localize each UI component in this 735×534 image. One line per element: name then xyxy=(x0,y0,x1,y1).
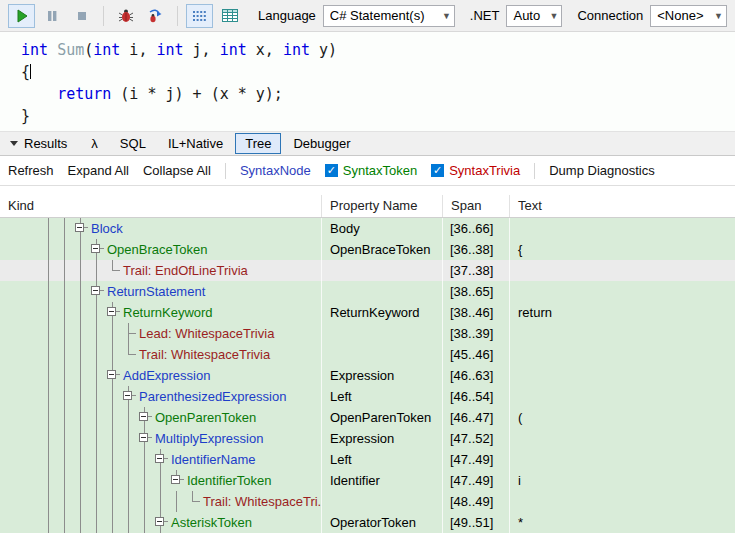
node-kind-label: Trail: WhitespaceTrivia xyxy=(136,344,270,365)
stop-button[interactable] xyxy=(68,4,95,28)
code-editor[interactable]: int Sum(int i, int j, int x, int y){ ret… xyxy=(0,32,735,132)
tree-row[interactable]: ReturnKeywordReturnKeyword[38..46]return xyxy=(0,302,735,323)
language-label: Language xyxy=(258,8,316,23)
tab-λ[interactable]: λ xyxy=(81,133,108,154)
code-line[interactable]: return (i * j) + (x * y); xyxy=(21,83,735,105)
collapse-box-icon[interactable] xyxy=(171,475,180,484)
collapse-box-icon[interactable] xyxy=(107,307,116,316)
syntax-tree-grid: KindProperty NameSpanText BlockBody[36..… xyxy=(0,195,735,533)
tree-guide-line xyxy=(40,218,56,239)
tree-guide-line xyxy=(120,512,136,533)
tree-guide-line xyxy=(72,239,88,260)
connection-label: Connection xyxy=(577,8,643,23)
collapse-box-icon[interactable] xyxy=(139,412,148,421)
connection-select[interactable]: <None> ▼ xyxy=(650,5,727,27)
tree-guide-line xyxy=(40,407,56,428)
refresh-button[interactable]: Refresh xyxy=(8,163,54,178)
results-grid-icon xyxy=(192,10,207,22)
dotnet-label: .NET xyxy=(470,8,500,23)
tree-guide-line xyxy=(88,386,104,407)
node-kind-label: IdentifierToken xyxy=(184,470,272,491)
attach-debugger-button[interactable] xyxy=(142,4,169,28)
checkbox-icon: ✓ xyxy=(325,164,338,177)
tab-il-native[interactable]: IL+Native xyxy=(158,133,233,154)
kind-cell: AddExpression xyxy=(0,365,322,386)
tree-row[interactable]: ReturnStatement[38..65] xyxy=(0,281,735,302)
tree-row[interactable]: Trail: WhitespaceTri...[48..49] xyxy=(0,491,735,512)
syntaxtoken-toggle[interactable]: ✓SyntaxToken xyxy=(325,163,417,178)
language-select[interactable]: C# Statement(s) ▼ xyxy=(323,5,455,27)
results-table-button[interactable] xyxy=(216,4,243,28)
tree-guide-line xyxy=(56,323,72,344)
tree-row[interactable]: BlockBody[36..66] xyxy=(0,218,735,239)
tree-row[interactable]: AddExpressionExpression[46..63] xyxy=(0,365,735,386)
node-kind-label: IdentifierName xyxy=(168,449,256,470)
run-button[interactable] xyxy=(8,4,35,28)
tree-guide-line xyxy=(56,386,72,407)
text-cell xyxy=(510,428,735,449)
kind-cell: Trail: EndOfLineTrivia xyxy=(0,260,322,281)
kind-cell: IdentifierName xyxy=(0,449,322,470)
code-line[interactable]: { xyxy=(21,61,735,83)
tree-row[interactable]: Trail: EndOfLineTrivia[37..38] xyxy=(0,260,735,281)
collapse-box-icon[interactable] xyxy=(155,454,164,463)
pause-icon xyxy=(45,9,59,23)
tree-row[interactable]: AsteriskTokenOperatorToken[49..51]* xyxy=(0,512,735,533)
tree-guide-line xyxy=(40,281,56,302)
collapse-box-icon[interactable] xyxy=(155,517,164,526)
tab-sql[interactable]: SQL xyxy=(110,133,156,154)
code-token: { xyxy=(21,63,30,81)
results-tabbar: Results λSQLIL+NativeTreeDebugger xyxy=(0,132,735,156)
tree-guide-line xyxy=(88,407,104,428)
collapse-all-button[interactable]: Collapse All xyxy=(143,163,211,178)
property-name-cell: Expression xyxy=(322,365,443,386)
expand-all-button[interactable]: Expand All xyxy=(68,163,129,178)
connection-select-value: <None> xyxy=(657,8,709,23)
syntaxtrivia-toggle[interactable]: ✓SyntaxTrivia xyxy=(431,163,520,178)
dump-diagnostics-button[interactable]: Dump Diagnostics xyxy=(549,163,655,178)
dotnet-select[interactable]: Auto ▼ xyxy=(506,5,562,27)
code-token: int xyxy=(93,41,120,59)
tree-row[interactable]: OpenBraceTokenOpenBraceToken[36..38]{ xyxy=(0,239,735,260)
node-kind-label: ParenthesizedExpression xyxy=(136,386,286,407)
tree-guide-line xyxy=(88,449,104,470)
tree-row[interactable]: ParenthesizedExpressionLeft[46..54] xyxy=(0,386,735,407)
debug-button[interactable] xyxy=(112,4,139,28)
results-panel-toggle[interactable]: Results xyxy=(6,136,79,151)
node-kind-label: MultiplyExpression xyxy=(152,428,263,449)
kind-cell: ParenthesizedExpression xyxy=(0,386,322,407)
property-name-cell: Body xyxy=(322,218,443,239)
tree-row[interactable]: Trail: WhitespaceTrivia[45..46] xyxy=(0,344,735,365)
code-line[interactable]: int Sum(int i, int j, int x, int y) xyxy=(21,39,735,61)
syntaxnode-button[interactable]: SyntaxNode xyxy=(240,163,311,178)
pause-button[interactable] xyxy=(38,4,65,28)
kind-cell: Block xyxy=(0,218,322,239)
code-line[interactable]: } xyxy=(21,105,735,127)
tree-row[interactable]: IdentifierTokenIdentifier[47..49]i xyxy=(0,470,735,491)
collapse-box-icon[interactable] xyxy=(91,286,100,295)
tree-row[interactable]: IdentifierNameLeft[47..49] xyxy=(0,449,735,470)
grid-rows: BlockBody[36..66]OpenBraceTokenOpenBrace… xyxy=(0,218,735,533)
collapse-box-icon[interactable] xyxy=(75,223,84,232)
code-token xyxy=(21,85,57,103)
collapse-box-icon[interactable] xyxy=(139,433,148,442)
collapse-box-icon[interactable] xyxy=(123,391,132,400)
checkbox-icon: ✓ xyxy=(431,164,444,177)
span-cell: [37..38] xyxy=(443,260,510,281)
tree-guide-line xyxy=(40,302,56,323)
collapse-box-icon[interactable] xyxy=(107,370,116,379)
span-cell: [38..65] xyxy=(443,281,510,302)
tab-debugger[interactable]: Debugger xyxy=(283,133,360,154)
tree-row[interactable]: MultiplyExpressionExpression[47..52] xyxy=(0,428,735,449)
collapse-box-icon[interactable] xyxy=(91,244,100,253)
text-cell: ( xyxy=(510,407,735,428)
tree-row[interactable]: Lead: WhitespaceTrivia[38..39] xyxy=(0,323,735,344)
tree-row[interactable]: OpenParenTokenOpenParenToken[46..47]( xyxy=(0,407,735,428)
results-grid-toggle-button[interactable] xyxy=(186,4,213,28)
tree-guide-line xyxy=(40,239,56,260)
chevron-down-icon: ▼ xyxy=(550,11,559,21)
code-token: int xyxy=(21,41,48,59)
tab-tree[interactable]: Tree xyxy=(235,133,281,154)
toolbar-separator xyxy=(534,163,535,179)
tree-branch xyxy=(184,491,200,512)
